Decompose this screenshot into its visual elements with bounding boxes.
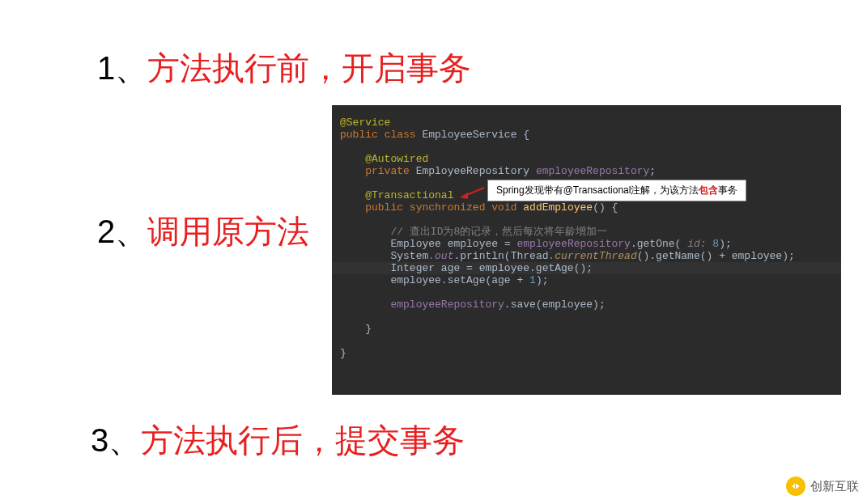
number: 8 — [712, 238, 719, 250]
watermark: 创新互联 — [786, 476, 859, 496]
kw: public — [365, 201, 403, 214]
code-editor: @Service public class EmployeeService { … — [332, 105, 841, 395]
close: ); — [719, 238, 732, 250]
brace: } — [365, 323, 372, 335]
method-name: addEmployee — [523, 201, 593, 214]
type: Employee — [390, 238, 440, 250]
kw: class — [385, 129, 416, 141]
plus: + employee); — [712, 250, 794, 262]
annotation-service: @Service — [340, 116, 390, 129]
brace: { — [523, 129, 529, 141]
brace: } — [340, 347, 346, 359]
field: employeeRepository — [536, 165, 649, 177]
step-1: 1、方法执行前，开启事务 — [97, 49, 471, 87]
var: employee — [448, 238, 498, 250]
kw: public — [340, 129, 378, 141]
class-name: EmployeeService — [422, 129, 516, 141]
step-2-text: 调用原方法 — [147, 214, 309, 249]
tooltip-post: 事务 — [718, 184, 737, 196]
kw: synchronized — [410, 201, 486, 214]
step-1-text: 方法执行前，开启事务 — [147, 50, 471, 86]
param: id: — [681, 238, 712, 250]
parens: () — [593, 201, 606, 214]
sys: System — [390, 250, 428, 262]
annotation-autowired: @Autowired — [365, 153, 428, 165]
step-2-number: 2、 — [97, 214, 147, 249]
tooltip-highlight: 包含 — [699, 184, 718, 196]
getage: employee.getAge(); — [479, 262, 593, 274]
save: .save(employee); — [504, 299, 606, 311]
var: age — [441, 262, 460, 274]
step-3: 3、方法执行后，提交事务 — [91, 421, 465, 460]
tooltip-pre: Spring发现带有@Transactional注解，为该方法 — [496, 184, 699, 196]
type: Integer — [390, 262, 435, 274]
current-thread: .currentThread — [548, 250, 636, 262]
op: = — [498, 238, 516, 250]
close: ); — [536, 274, 549, 286]
field: employeeRepository — [390, 299, 504, 311]
step-3-number: 3、 — [91, 422, 141, 458]
number: 1 — [529, 274, 536, 286]
semi: ; — [649, 165, 656, 177]
type: EmployeeRepository — [416, 165, 529, 177]
var: age — [491, 274, 510, 286]
step-2: 2、调用原方法 — [97, 212, 309, 251]
tooltip-transactional: Spring发现带有@Transactional注解，为该方法包含事务 — [487, 180, 746, 201]
watermark-logo-icon — [786, 476, 805, 496]
code-comment: // 查出ID为8的记录，然后每次将年龄增加一 — [390, 226, 607, 238]
kw: void — [491, 201, 516, 214]
var: employee — [390, 274, 440, 286]
call: .getOne( — [631, 238, 681, 250]
op: = — [460, 262, 478, 274]
brace: { — [612, 201, 618, 214]
thread: Thread — [511, 250, 549, 262]
step-3-text: 方法执行后，提交事务 — [141, 422, 465, 458]
annotation-transactional: @Transactional — [365, 189, 453, 201]
getname: ().getName() — [637, 250, 713, 262]
watermark-text: 创新互联 — [810, 479, 859, 494]
kw: private — [365, 165, 410, 177]
step-1-number: 1、 — [97, 50, 147, 86]
println: .println( — [453, 250, 510, 262]
out: .out — [428, 250, 453, 262]
field: employeeRepository — [516, 238, 630, 250]
